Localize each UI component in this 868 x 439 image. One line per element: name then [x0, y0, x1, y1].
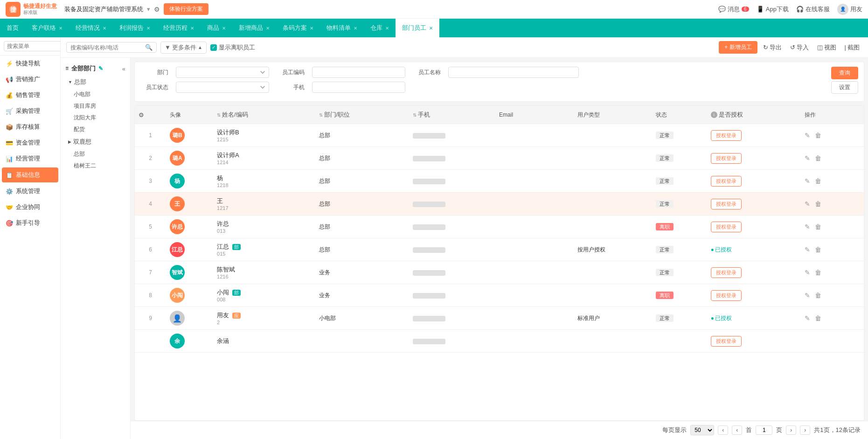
dropdown-arrow[interactable]: ▾ — [147, 6, 150, 13]
delete-button[interactable]: 🗑 — [815, 132, 821, 139]
tab-warehouse[interactable]: 仓库 ✕ — [364, 19, 396, 37]
dept-sub-plant[interactable]: 植树王二 — [61, 160, 130, 172]
auth-button[interactable]: 授权登录 — [711, 336, 742, 347]
close-icon[interactable]: ✕ — [266, 26, 270, 31]
close-icon[interactable]: ✕ — [190, 26, 194, 31]
show-resigned-checkbox[interactable]: ✓ 显示离职员工 — [210, 43, 255, 52]
tab-journey[interactable]: 经营历程 ✕ — [157, 19, 201, 37]
screenshot-button[interactable]: | 截图 — [842, 42, 862, 54]
edit-button[interactable]: ✎ — [805, 246, 810, 253]
import-button[interactable]: ↺ 导入 — [787, 42, 812, 54]
next-page-button[interactable]: › — [786, 425, 796, 435]
delete-button[interactable]: 🗑 — [815, 246, 821, 253]
tab-bom[interactable]: 物料清单 ✕ — [320, 19, 364, 37]
edit-button[interactable]: ✎ — [805, 292, 810, 299]
more-conditions-button[interactable]: ▼ 更多条件 ▲ — [160, 42, 207, 54]
edit-button[interactable]: ✎ — [805, 269, 810, 276]
trial-button[interactable]: 体验行业方案 — [164, 3, 208, 15]
reset-button[interactable]: 设置 — [831, 81, 858, 94]
tab-barcode[interactable]: 条码方案 ✕ — [276, 19, 320, 37]
close-icon[interactable]: ✕ — [429, 26, 433, 31]
per-page-select[interactable]: 50 100 — [690, 425, 714, 435]
auth-button[interactable]: 授权登录 — [711, 290, 742, 301]
tab-customer[interactable]: 客户联络 ✕ — [25, 19, 69, 37]
edit-button[interactable]: ✎ — [805, 154, 810, 162]
delete-button[interactable]: 🗑 — [815, 314, 821, 322]
close-icon[interactable]: ✕ — [354, 26, 357, 31]
sidebar-item-operation[interactable]: 📊 经营管理 — [0, 151, 60, 167]
th-dept[interactable]: ⇅部门/职位 — [315, 106, 410, 124]
dept-node-headquarters[interactable]: ▼ 总部 — [61, 76, 130, 89]
user-area[interactable]: 👤 用友 — [837, 4, 862, 15]
edit-button[interactable]: ✎ — [805, 132, 810, 139]
auth-button[interactable]: 授权登录 — [711, 153, 742, 164]
auth-button[interactable]: 授权登录 — [711, 176, 742, 187]
emp-name-input[interactable] — [448, 67, 579, 78]
settings-icon[interactable]: ⚙ — [139, 111, 144, 118]
first-page-button[interactable]: ‹ — [718, 425, 728, 435]
dept-sub-shenyang[interactable]: 沈阳大库 — [61, 112, 130, 124]
auth-button[interactable]: 授权登录 — [711, 222, 742, 232]
tab-department[interactable]: 部门员工 ✕ — [396, 19, 439, 37]
sidebar-item-collab[interactable]: 🤝 企业协同 — [0, 199, 60, 215]
dept-sub-hq2[interactable]: 总部 — [61, 148, 130, 160]
close-icon[interactable]: ✕ — [385, 26, 389, 31]
auth-button[interactable]: 授权登录 — [711, 130, 742, 141]
close-icon[interactable]: ✕ — [59, 26, 62, 31]
auth-button[interactable]: 授权登录 — [711, 267, 742, 278]
th-name-code[interactable]: ⇅姓名/编码 — [213, 106, 315, 124]
tab-profit[interactable]: 利润报告 ✕ — [113, 19, 157, 37]
dept-sub-distribution[interactable]: 配货 — [61, 124, 130, 135]
sidebar-item-system[interactable]: ⚙️ 系统管理 — [0, 183, 60, 199]
edit-button[interactable]: ✎ — [805, 314, 810, 322]
tab-home[interactable]: 首页 — [0, 19, 25, 37]
auth-button[interactable]: 授权登录 — [711, 199, 742, 209]
close-icon[interactable]: ✕ — [222, 26, 226, 31]
online-service-button[interactable]: 🎧 在线客服 — [796, 5, 830, 14]
edit-button[interactable]: ✎ — [805, 177, 810, 185]
emp-code-input[interactable] — [312, 67, 405, 78]
dept-sub-small-elec[interactable]: 小电部 — [61, 89, 130, 100]
th-settings[interactable]: ⚙ — [135, 106, 166, 124]
dept-panel-header[interactable]: ⠿ 全部部门 ✎ « — [61, 62, 130, 76]
dept-node-shuanglu[interactable]: ▶ 双鹿想 — [61, 135, 130, 148]
dept-edit-icon[interactable]: ✎ — [98, 65, 103, 72]
close-icon[interactable]: ✕ — [310, 26, 313, 31]
delete-button[interactable]: 🗑 — [815, 154, 821, 162]
close-icon[interactable]: ✕ — [103, 26, 106, 31]
export-button[interactable]: ↻ 导出 — [760, 42, 785, 54]
prev-page-button[interactable]: ‹ — [732, 425, 742, 435]
add-employee-button[interactable]: + 新增员工 — [719, 41, 757, 54]
query-button[interactable]: 查询 — [831, 67, 858, 79]
gear-icon[interactable]: ⚙ — [154, 6, 160, 13]
tab-goods[interactable]: 商品 ✕ — [201, 19, 232, 37]
last-page-button[interactable]: › — [800, 425, 810, 435]
sidebar-item-marketing[interactable]: 📢 营销推广 — [0, 71, 60, 87]
tab-management[interactable]: 经营情况 ✕ — [69, 19, 113, 37]
edit-button[interactable]: ✎ — [805, 200, 810, 208]
delete-button[interactable]: 🗑 — [815, 177, 821, 185]
sidebar-item-basic[interactable]: 📋 基础信息 — [2, 167, 58, 182]
app-download-button[interactable]: 📱 App下载 — [757, 5, 789, 14]
view-button[interactable]: ◫ 视图 — [814, 42, 839, 54]
sidebar-item-inventory[interactable]: 📦 库存核算 — [0, 119, 60, 135]
phone-input[interactable] — [312, 82, 405, 93]
th-phone[interactable]: ⇅手机 — [409, 106, 495, 124]
delete-button[interactable]: 🗑 — [815, 200, 821, 208]
tab-add-goods[interactable]: 新增商品 ✕ — [232, 19, 276, 37]
sidebar-item-shortcut[interactable]: ⚡ 快捷导航 — [0, 56, 60, 71]
dept-sub-project[interactable]: 项目库房 — [61, 100, 130, 112]
close-icon[interactable]: ✕ — [146, 26, 150, 31]
page-number-input[interactable] — [756, 425, 772, 435]
delete-button[interactable]: 🗑 — [815, 269, 821, 276]
sidebar-item-purchase[interactable]: 🛒 采购管理 — [0, 103, 60, 119]
message-button[interactable]: 💬 消息 6 — [718, 5, 749, 14]
collapse-icon[interactable]: « — [122, 65, 125, 72]
delete-button[interactable]: 🗑 — [815, 223, 821, 230]
sidebar-search-input[interactable] — [4, 41, 61, 51]
edit-button[interactable]: ✎ — [805, 223, 810, 230]
dept-filter-select[interactable] — [176, 67, 269, 78]
emp-status-select[interactable] — [176, 82, 269, 93]
sidebar-item-guide[interactable]: 🎯 新手引导 — [0, 215, 60, 231]
sidebar-item-sales[interactable]: 💰 销售管理 — [0, 87, 60, 103]
